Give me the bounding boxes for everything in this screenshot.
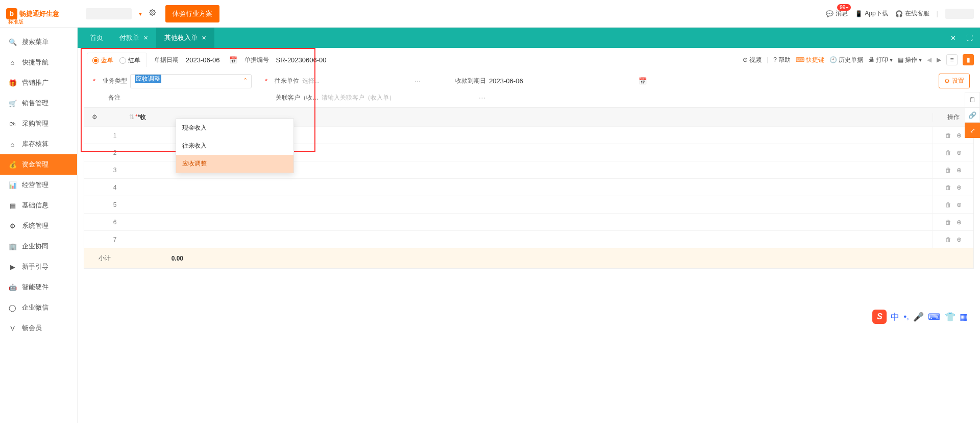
- side-link-button[interactable]: 🔗: [965, 107, 980, 123]
- prev-icon[interactable]: ◀: [927, 56, 932, 63]
- copy-icon[interactable]: ⊕: [957, 201, 962, 208]
- biz-type-value: 应收调整: [135, 75, 161, 83]
- svg-point-0: [152, 11, 153, 13]
- tab-other-income[interactable]: 其他收入单✕: [156, 28, 214, 48]
- delete-icon[interactable]: 🗑: [945, 132, 951, 139]
- side-expand-button[interactable]: ⤢: [965, 123, 980, 138]
- more-icon[interactable]: ⋯: [479, 94, 485, 102]
- sidebar-item-wecom[interactable]: ◯企业微信: [0, 297, 77, 318]
- sidebar-item-guide[interactable]: ▶新手引导: [0, 256, 77, 277]
- row-number: 5: [105, 201, 125, 208]
- support-button[interactable]: 🎧 在线客服: [895, 9, 929, 18]
- tab-home[interactable]: 首页: [82, 28, 111, 48]
- chat-icon: 💬: [826, 10, 834, 17]
- sidebar-item-marketing[interactable]: 🎁营销推广: [0, 73, 77, 93]
- table-row[interactable]: 5🗑⊕: [84, 196, 973, 213]
- ime-keyboard-icon[interactable]: ⌨: [928, 312, 941, 322]
- delete-icon[interactable]: 🗑: [945, 236, 951, 243]
- ime-lang-button[interactable]: 中: [891, 311, 899, 323]
- sidebar-item-collab[interactable]: 🏢企业协同: [0, 236, 77, 256]
- biz-type-input-wrap[interactable]: 应收调整 ⌃: [130, 74, 252, 88]
- radio-red[interactable]: 红单: [119, 56, 140, 65]
- biz-type-select[interactable]: 应收调整: [130, 74, 252, 88]
- dropdown-option-cash[interactable]: 现金收入: [176, 119, 293, 137]
- sidebar-item-hardware[interactable]: 🤖智能硬件: [0, 277, 77, 297]
- delete-icon[interactable]: 🗑: [945, 184, 951, 191]
- biz-type-dropdown: 现金收入 往来收入 应收调整: [176, 119, 294, 173]
- ops-link[interactable]: ▦操作▾: [898, 56, 922, 64]
- ime-grid-icon[interactable]: ▦: [960, 312, 968, 322]
- help-link[interactable]: ?帮助: [773, 56, 791, 64]
- side-float: 🗒 🔗 ⤢: [965, 92, 980, 138]
- calendar-icon[interactable]: 📅: [639, 77, 647, 85]
- messages-button[interactable]: 💬 消息: [826, 9, 848, 18]
- close-icon[interactable]: ✕: [143, 35, 148, 41]
- dropdown-option-adjust[interactable]: 应收调整: [176, 155, 293, 173]
- sidebar-item-purchase[interactable]: 🛍采购管理: [0, 113, 77, 134]
- ime-punct-icon[interactable]: •,: [903, 312, 909, 322]
- sidebar-item-vip[interactable]: V畅会员: [0, 318, 77, 338]
- table-row[interactable]: 4🗑⊕: [84, 178, 973, 196]
- delete-icon[interactable]: 🗑: [945, 219, 951, 226]
- radio-blue[interactable]: 蓝单: [92, 56, 113, 65]
- tabbar: 首页 付款单✕ 其他收入单✕ ✕ ⛶: [78, 28, 980, 48]
- sidebar-item-finance[interactable]: 💰资金管理: [0, 154, 77, 175]
- table-row[interactable]: 6🗑⊕: [84, 213, 973, 230]
- copy-icon[interactable]: ⊕: [957, 236, 962, 243]
- dropdown-option-exchange[interactable]: 往来收入: [176, 137, 293, 155]
- sidebar-item-operation[interactable]: 📊经营管理: [0, 175, 77, 195]
- cta-button[interactable]: 体验行业方案: [165, 5, 219, 22]
- copy-icon[interactable]: ⊕: [957, 167, 962, 174]
- org-selector[interactable]: ▾ 体验行业方案: [86, 5, 219, 22]
- brand-sub: 标准版: [8, 18, 23, 26]
- delete-icon[interactable]: 🗑: [945, 149, 951, 156]
- sidebar-item-sales[interactable]: 🛒销售管理: [0, 93, 77, 113]
- keyboard-icon: ⌨: [796, 56, 804, 63]
- copy-icon[interactable]: ⊕: [957, 149, 962, 156]
- close-icon[interactable]: ✕: [202, 35, 206, 41]
- view-card-button[interactable]: ▮: [963, 54, 974, 65]
- history-link[interactable]: 🕘历史单据: [829, 56, 863, 64]
- tab-close-all-button[interactable]: ✕: [947, 32, 959, 43]
- delete-icon[interactable]: 🗑: [945, 201, 951, 208]
- grid-icon: ▦: [898, 56, 903, 63]
- side-note-button[interactable]: 🗒: [965, 92, 980, 107]
- partner-select[interactable]: 选择...⋯: [302, 74, 421, 88]
- gear-icon[interactable]: [149, 9, 158, 18]
- related-customer-input[interactable]: 请输入关联客户（收入单）: [322, 93, 440, 102]
- copy-icon[interactable]: ⊕: [957, 132, 962, 139]
- table-settings-icon[interactable]: ⚙: [84, 113, 105, 121]
- content: 蓝单 红单 单据日期 2023-06-06 📅 单据编号 SR-20230606…: [78, 48, 980, 423]
- delete-icon[interactable]: 🗑: [945, 167, 951, 174]
- doc-date-value[interactable]: 2023-06-06: [186, 56, 220, 64]
- field-partner: * 往来单位 选择...⋯: [265, 74, 421, 88]
- video-link[interactable]: ⊙视频: [743, 56, 762, 64]
- ime-skin-icon[interactable]: 👕: [945, 312, 955, 322]
- app-download-button[interactable]: 📱 App下载: [855, 9, 888, 18]
- settings-button[interactable]: ⚙设置: [939, 74, 970, 88]
- calendar-icon[interactable]: 📅: [229, 56, 237, 64]
- next-icon[interactable]: ▶: [937, 56, 941, 63]
- user-placeholder[interactable]: [945, 9, 974, 19]
- ime-mic-icon[interactable]: 🎤: [913, 312, 924, 322]
- doc-no-label: 单据编号: [244, 56, 269, 64]
- more-icon[interactable]: ⋯: [414, 78, 421, 85]
- view-list-button[interactable]: ≡: [946, 54, 958, 65]
- sidebar-item-quicknav[interactable]: ⌂快捷导航: [0, 52, 77, 73]
- tab-expand-button[interactable]: ⛶: [964, 32, 975, 43]
- sidebar-item-search[interactable]: 🔍搜索菜单: [0, 32, 77, 52]
- sidebar-item-label: 资金管理: [22, 160, 48, 169]
- table-row[interactable]: 7🗑⊕: [84, 230, 973, 248]
- row-number: 6: [105, 219, 125, 226]
- copy-icon[interactable]: ⊕: [957, 219, 962, 226]
- ime-logo-icon[interactable]: S: [872, 310, 887, 324]
- due-date-value[interactable]: 2023-06-06: [489, 77, 523, 85]
- copy-icon[interactable]: ⊕: [957, 184, 962, 191]
- sidebar-item-inventory[interactable]: ⌂库存核算: [0, 134, 77, 154]
- sidebar-item-system[interactable]: ⚙系统管理: [0, 216, 77, 236]
- tab-payment[interactable]: 付款单✕: [111, 28, 156, 48]
- sidebar-item-basedata[interactable]: ▤基础信息: [0, 195, 77, 216]
- shortcut-link[interactable]: ⌨快捷键: [796, 56, 824, 64]
- print-link[interactable]: 🖶打印▾: [868, 56, 893, 64]
- radio-label: 蓝单: [101, 56, 113, 65]
